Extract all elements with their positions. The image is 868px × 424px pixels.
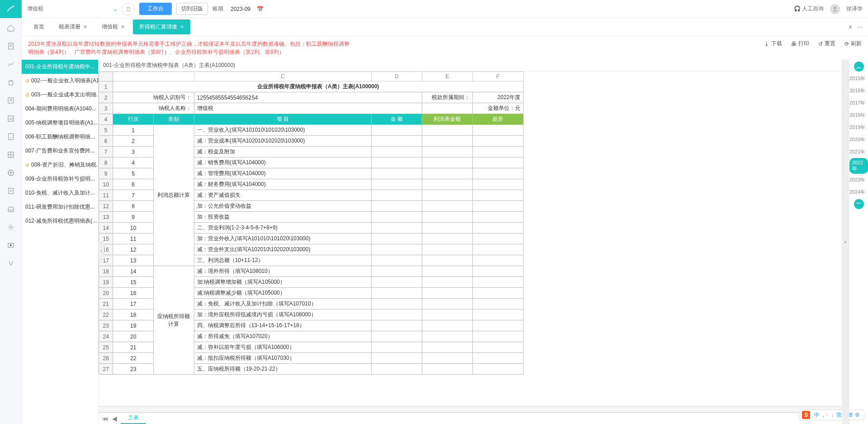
refresh-button[interactable]: ⟳ 刷新 — [844, 40, 862, 48]
row-number[interactable]: 19 — [99, 277, 113, 288]
row-number[interactable]: 9 — [99, 168, 113, 179]
sheet-nav-prev-icon[interactable]: ◀ — [112, 415, 117, 422]
line-cell[interactable]: 22 — [113, 353, 154, 364]
pl-cell[interactable] — [422, 125, 472, 136]
year-item[interactable]: 2017年 — [849, 97, 868, 109]
ime-item[interactable]: ⚙ — [855, 412, 860, 418]
amount-cell[interactable] — [371, 353, 422, 364]
amount-cell[interactable] — [371, 277, 422, 288]
amount-cell[interactable] — [371, 288, 422, 299]
form-list-item[interactable]: 004-期间费用明细表(A1040... — [22, 102, 98, 116]
line-cell[interactable]: 8 — [113, 201, 154, 212]
item-cell[interactable]: 减：营业成本(填写A102010\102020\103000) — [194, 136, 371, 147]
reset-button[interactable]: ↺ 重置 — [818, 40, 835, 48]
year-item[interactable]: 2022年 — [849, 158, 868, 174]
amount-cell[interactable] — [371, 179, 422, 190]
nav-home-icon[interactable] — [0, 20, 22, 36]
item-cell[interactable]: 减：所得减免（填写A107020） — [194, 331, 371, 342]
ime-item[interactable]: ↓ — [831, 412, 834, 418]
row-number[interactable]: 27 — [99, 364, 113, 375]
nav-chart-icon[interactable] — [0, 56, 22, 72]
diff-cell[interactable] — [472, 320, 523, 331]
item-cell[interactable]: 二、营业利润(1-2-3-4-5-6-7+8+9) — [194, 223, 371, 233]
pl-cell[interactable] — [422, 201, 472, 212]
amount-cell[interactable] — [371, 147, 422, 157]
form-list-item[interactable]: 001-企业所得税年度纳税申... — [22, 60, 98, 74]
horizontal-scrollbar[interactable] — [99, 406, 849, 412]
row-number[interactable]: 14 — [99, 223, 113, 233]
grid-scroll[interactable]: C D E F 1 企业所得税年度纳税申报表（A类）主表(A100000) 2 … — [99, 71, 849, 406]
diff-cell[interactable] — [472, 190, 523, 201]
line-cell[interactable]: 11 — [113, 233, 154, 244]
print-button[interactable]: 🖶 打印 — [791, 40, 809, 48]
nav-list-icon[interactable] — [0, 92, 22, 109]
row-number[interactable]: 12 — [99, 201, 113, 212]
taxpayer-name[interactable]: 增值税 — [194, 103, 422, 114]
line-cell[interactable]: 19 — [113, 320, 154, 331]
tab-所得税汇算清缴[interactable]: 所得税汇算清缴✕ — [133, 19, 190, 34]
year-down-icon[interactable]: ︾ — [854, 199, 864, 209]
item-cell[interactable]: 三、利润总额（10+11-12） — [194, 255, 371, 266]
pl-cell[interactable] — [422, 266, 472, 277]
amount-cell[interactable] — [371, 244, 422, 255]
row-number[interactable]: 25 — [99, 342, 113, 353]
switch-old-button[interactable]: 切到旧版 — [176, 3, 208, 15]
amount-cell[interactable] — [371, 157, 422, 168]
nav-tax-icon[interactable] — [0, 165, 22, 181]
download-button[interactable]: ⭳ 下载 — [764, 40, 782, 48]
amount-cell[interactable] — [371, 331, 422, 342]
amount-cell[interactable] — [371, 190, 422, 201]
row-number[interactable]: 2 — [99, 92, 113, 103]
diff-cell[interactable] — [472, 299, 523, 310]
item-cell[interactable]: 减：抵扣应纳税所得额（填写A107030） — [194, 353, 371, 364]
col-letter[interactable]: F — [472, 72, 523, 81]
ime-item[interactable]: , — [822, 412, 824, 418]
company-selector[interactable]: 增值税 ⌄ — [27, 5, 118, 13]
amount-cell[interactable] — [371, 342, 422, 353]
diff-cell[interactable] — [472, 136, 523, 147]
col-letter[interactable]: E — [422, 72, 472, 81]
nav-report-icon[interactable] — [0, 110, 22, 127]
item-cell[interactable]: 减：税金及附加 — [194, 147, 371, 157]
form-list-item[interactable]: 007-广告费和业务宣传费跨... — [22, 144, 98, 158]
row-number[interactable]: 22 — [99, 310, 113, 320]
ime-item[interactable]: 中 — [814, 412, 820, 418]
pl-cell[interactable] — [422, 353, 472, 364]
amount-cell[interactable] — [371, 212, 422, 223]
item-cell[interactable]: 四、纳税调整后所得（13-14+15-16-17+18） — [194, 320, 371, 331]
year-item[interactable]: 2023年 — [849, 174, 868, 186]
year-item[interactable]: 2016年 — [849, 85, 868, 97]
year-item[interactable]: 2019年 — [849, 121, 868, 133]
pl-cell[interactable] — [422, 288, 472, 299]
item-cell[interactable]: 加：营业外收入(填写A101010\101020\103000) — [194, 233, 371, 244]
close-icon[interactable]: ✕ — [83, 24, 87, 30]
close-icon[interactable]: ✕ — [121, 24, 125, 30]
nav-v-icon[interactable] — [0, 255, 22, 272]
diff-cell[interactable] — [472, 223, 523, 233]
line-cell[interactable]: 4 — [113, 157, 154, 168]
pl-cell[interactable] — [422, 157, 472, 168]
amount-cell[interactable] — [371, 223, 422, 233]
line-cell[interactable]: 15 — [113, 277, 154, 288]
taxpayer-id[interactable]: 125545855545546562̇54 — [194, 92, 422, 103]
form-list-item[interactable]: 010-免税、减计收入及加计... — [22, 186, 98, 200]
ime-item[interactable]: · — [827, 412, 828, 418]
tab-close-all-icon[interactable]: ✕ — [848, 24, 853, 30]
expand-chevron-icon[interactable]: » — [842, 60, 849, 424]
diff-cell[interactable] — [472, 179, 523, 190]
diff-cell[interactable] — [472, 233, 523, 244]
row-number[interactable]: 13 — [99, 212, 113, 223]
period-value[interactable]: 2023-09 — [231, 6, 250, 12]
pl-cell[interactable] — [422, 212, 472, 223]
item-cell[interactable]: 减：财务费用(填写A104000) — [194, 179, 371, 190]
pl-cell[interactable] — [422, 331, 472, 342]
pl-cell[interactable] — [422, 168, 472, 179]
row-number[interactable]: 10 — [99, 179, 113, 190]
workbench-button[interactable]: 工作台 — [139, 3, 172, 15]
amount-cell[interactable] — [371, 168, 422, 179]
pl-cell[interactable] — [422, 310, 472, 320]
row-number[interactable]: 4 — [99, 114, 113, 125]
nav-inbox-icon[interactable] — [0, 201, 22, 217]
nav-export-icon[interactable] — [0, 183, 22, 199]
avatar[interactable] — [830, 4, 840, 14]
